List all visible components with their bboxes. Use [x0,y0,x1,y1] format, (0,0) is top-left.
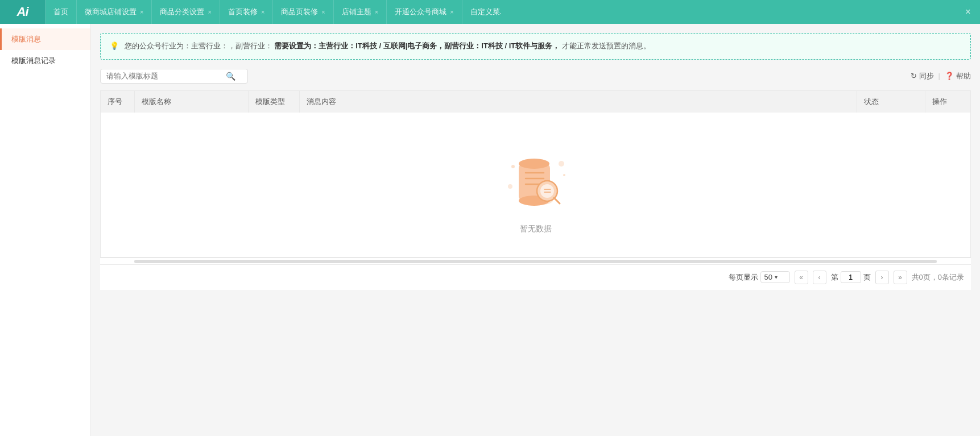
notice-suffix: 才能正常发送预置的消息。 [562,41,651,50]
data-table: 序号 模版名称 模版类型 消息内容 状态 操作 [100,90,971,258]
sync-icon: ↻ [911,72,917,80]
search-input-wrap[interactable]: 🔍 [100,69,248,84]
svg-point-12 [511,165,515,168]
tab-close-open-mall[interactable]: × [450,9,453,15]
horizontal-scrollbar[interactable] [100,258,971,264]
tab-close-product-decoration[interactable]: × [321,9,325,15]
search-bar: 🔍 ↻ 同步 | ❓ 帮助 [100,69,971,84]
svg-point-8 [540,184,554,198]
sidebar-items: 模版消息模版消息记录 [0,28,90,72]
col-status: 状态 [857,90,925,113]
app-logo: Ai [0,0,46,24]
tab-close-home-decoration[interactable]: × [261,9,264,15]
nav-tab-product-decoration[interactable]: 商品页装修× [273,0,333,24]
help-icon: ❓ [945,72,954,80]
pagination-bar: 每页显示 50 ▾ « ‹ 第 页 › » [100,264,971,290]
page-size-value: 50 [764,273,772,281]
page-input-wrap: 第 页 [831,271,871,283]
svg-point-13 [563,174,565,176]
page-unit-label: 页 [863,272,871,283]
prev-page-button[interactable]: ‹ [813,271,826,284]
col-content: 消息内容 [300,90,857,113]
top-nav: Ai 首页微商城店铺设置×商品分类设置×首页装修×商品页装修×店铺主题×开通公众… [0,0,980,24]
tab-close-wechat-shop[interactable]: × [140,9,143,15]
nav-tab-shop-theme[interactable]: 店铺主题× [334,0,387,24]
sidebar: 模版消息模版消息记录 [0,24,91,436]
nav-tab-open-mall[interactable]: 开通公众号商城× [387,0,462,24]
help-button[interactable]: ❓ 帮助 [945,71,971,81]
svg-point-15 [559,161,564,167]
search-button[interactable]: 🔍 [226,72,235,81]
notice-highlight: 需要设置为：主营行业：IT科技 / 互联网|电子商务，副营行业：IT科技 / I… [274,41,560,50]
nav-tab-home-decoration[interactable]: 首页装修× [220,0,273,24]
last-page-button[interactable]: » [894,271,907,284]
table-header-row: 序号 模版名称 模版类型 消息内容 状态 操作 [101,90,971,113]
svg-point-14 [508,184,512,189]
empty-text: 暂无数据 [520,224,552,234]
divider: | [938,72,940,80]
tab-close-shop-theme[interactable]: × [375,9,378,15]
scroll-track [134,260,937,263]
svg-line-9 [554,198,560,204]
col-index: 序号 [101,90,135,113]
col-type: 模版类型 [249,90,300,113]
col-actions: 操作 [925,90,971,113]
nav-tab-custom-menu[interactable]: 自定义菜单× [462,0,501,24]
empty-illustration [502,147,570,215]
svg-point-2 [519,159,549,169]
next-page-button[interactable]: › [875,271,889,284]
dropdown-arrow-icon: ▾ [775,274,778,280]
page-prefix-label: 第 [831,272,838,283]
sync-button[interactable]: ↻ 同步 [911,71,934,81]
nav-tab-product-category[interactable]: 商品分类设置× [152,0,220,24]
content-area: 💡 您的公众号行业为：主营行业：，副营行业： 需要设置为：主营行业：IT科技 /… [91,24,980,436]
page-size-dropdown[interactable]: 50 ▾ [760,271,790,283]
main-layout: 模版消息模版消息记录 💡 您的公众号行业为：主营行业：，副营行业： 需要设置为：… [0,24,980,436]
page-size-select: 每页显示 50 ▾ [729,271,790,283]
table-body: 暂无数据 [101,113,971,258]
nav-tabs: 首页微商城店铺设置×商品分类设置×首页装修×商品页装修×店铺主题×开通公众号商城… [46,0,501,24]
search-actions: ↻ 同步 | ❓ 帮助 [911,71,971,81]
window-close-button[interactable]: × [956,0,980,24]
page-total-text: 共0页，0条记录 [912,272,964,283]
search-input[interactable] [106,72,226,80]
nav-tab-home[interactable]: 首页 [46,0,77,24]
empty-state: 暂无数据 [101,113,970,257]
notice-box: 💡 您的公众号行业为：主营行业：，副营行业： 需要设置为：主营行业：IT科技 /… [100,33,971,60]
notice-prefix: 您的公众号行业为：主营行业：，副营行业： [125,41,272,50]
notice-icon: 💡 [110,41,119,50]
empty-state-row: 暂无数据 [101,113,971,258]
nav-tab-wechat-shop[interactable]: 微商城店铺设置× [77,0,152,24]
sidebar-item-template-message-log[interactable]: 模版消息记录 [0,50,90,72]
current-page-input[interactable] [841,271,861,283]
sidebar-item-template-message[interactable]: 模版消息 [0,28,90,50]
tab-close-product-category[interactable]: × [208,9,211,15]
first-page-button[interactable]: « [795,271,808,284]
page-size-label: 每页显示 [729,272,758,283]
col-name: 模版名称 [135,90,249,113]
